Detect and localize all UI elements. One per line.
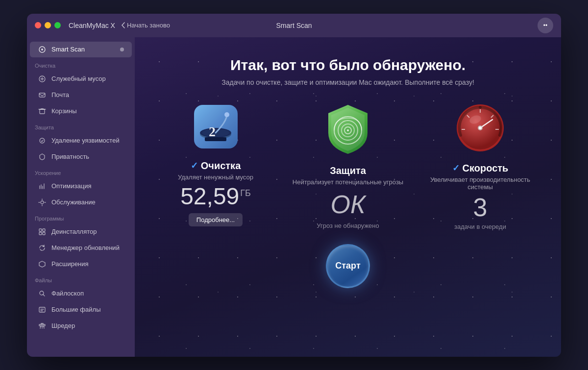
sidebar-item-smart-scan[interactable]: Smart Scan — [30, 42, 132, 57]
speed-card-title: ✓ Скорость — [452, 163, 509, 174]
cleanup-size: 52,59 — [180, 183, 239, 209]
cleanup-check-icon: ✓ — [191, 160, 198, 171]
shield-icon — [321, 101, 375, 157]
cleanup-title-label: Очистка — [201, 160, 241, 172]
svg-text:2: 2 — [209, 124, 216, 139]
trash-icon — [38, 107, 47, 116]
svg-rect-10 — [43, 232, 45, 235]
section-label-protection: Защита — [27, 120, 135, 132]
vuln-label: Удаление уязвимостей — [51, 137, 120, 144]
active-indicator — [120, 48, 124, 51]
title-bar: CleanMyMac X Начать заново Smart Scan •• — [27, 14, 561, 37]
protection-status: Угроз не обнаружено — [317, 222, 379, 229]
speedometer-icon — [453, 101, 507, 155]
smart-scan-icon — [38, 45, 47, 54]
privacy-label: Приватность — [51, 153, 89, 160]
main-title: Итак, вот что было обнаружено. — [230, 57, 466, 74]
sidebar-item-optimization[interactable]: Оптимизация — [30, 178, 132, 194]
details-button[interactable]: Подробнее... — [189, 213, 243, 226]
window-title: Smart Scan — [276, 22, 312, 29]
speed-card: ✓ Скорость Увеличивает производительност… — [421, 101, 539, 230]
sidebar-item-mail[interactable]: Почта — [30, 87, 132, 103]
svg-point-36 — [479, 126, 482, 129]
filescope-icon — [38, 289, 47, 298]
main-panel: Итак, вот что было обнаружено. Задачи по… — [135, 37, 561, 357]
cleanup-description: Удаляет ненужный мусор — [178, 173, 253, 181]
app-name: CleanMyMac X — [69, 22, 115, 29]
disk-icon: 2 — [190, 101, 242, 152]
sidebar-item-system-junk[interactable]: Служебный мусор — [30, 71, 132, 87]
maintenance-icon — [38, 198, 47, 207]
svg-point-1 — [41, 49, 43, 50]
protection-value: ОК — [330, 190, 365, 219]
svg-point-19 — [224, 112, 229, 117]
mail-icon — [38, 91, 47, 99]
cleanup-card: 2 ✓ Очистка Удаляет ненужный мусор 52,59… — [157, 101, 274, 230]
speed-title-label: Скорость — [463, 163, 509, 174]
minimize-button[interactable] — [45, 22, 51, 28]
protection-card: Защита Нейтрализует потенциальные угрозы… — [289, 101, 407, 230]
updater-label: Менеджер обновлений — [51, 244, 120, 251]
protection-description: Нейтрализует потенциальные угрозы — [293, 178, 403, 186]
sidebar: Smart Scan Очистка Служебный мусор — [27, 37, 135, 357]
sidebar-item-large-files[interactable]: Большие файлы — [30, 302, 132, 318]
cards-row: 2 ✓ Очистка Удаляет ненужный мусор 52,59… — [154, 101, 541, 230]
speed-check-icon: ✓ — [452, 163, 460, 173]
svg-rect-8 — [43, 229, 45, 231]
system-junk-label: Служебный мусор — [51, 75, 106, 82]
start-button[interactable]: Старт — [326, 244, 370, 288]
vuln-icon — [38, 136, 47, 145]
shredder-label: Шредер — [51, 322, 75, 329]
sidebar-item-maintenance[interactable]: Обслуживание — [30, 195, 132, 210]
svg-rect-9 — [39, 232, 42, 235]
svg-rect-7 — [39, 229, 42, 231]
mail-label: Почта — [51, 91, 69, 99]
sidebar-smart-scan-label: Smart Scan — [51, 46, 85, 53]
back-chevron-icon — [121, 22, 125, 28]
svg-point-6 — [41, 201, 44, 204]
back-label: Начать заново — [127, 22, 170, 29]
cleanup-card-title: ✓ Очистка — [191, 160, 241, 172]
maximize-button[interactable] — [54, 22, 61, 28]
section-label-cleanup: Очистка — [27, 58, 135, 71]
section-label-files: Файлы — [27, 272, 135, 285]
extensions-icon — [38, 260, 47, 269]
sidebar-item-trash[interactable]: Корзины — [30, 103, 132, 119]
sidebar-item-filescope[interactable]: Файлоскоп — [30, 286, 132, 301]
back-button[interactable]: Начать заново — [121, 22, 170, 29]
main-subtitle: Задачи по очистке, защите и оптимизации … — [221, 78, 474, 86]
sidebar-item-vuln[interactable]: Удаление уязвимостей — [30, 133, 132, 148]
updater-icon — [38, 244, 47, 252]
speed-value: 3 — [473, 195, 488, 220]
start-button-wrap: Старт — [326, 244, 370, 288]
extensions-label: Расширения — [51, 260, 89, 268]
user-avatar[interactable]: •• — [538, 18, 553, 33]
optimization-icon — [38, 182, 47, 191]
system-junk-icon — [38, 74, 47, 83]
optimization-label: Оптимизация — [51, 182, 92, 190]
sidebar-item-uninstaller[interactable]: Деинсталлятор — [30, 224, 132, 240]
trash-label: Корзины — [51, 107, 77, 115]
svg-point-5 — [40, 138, 45, 143]
sidebar-item-updater[interactable]: Менеджер обновлений — [30, 240, 132, 256]
svg-rect-21 — [205, 137, 226, 141]
app-body: Smart Scan Очистка Служебный мусор — [27, 37, 561, 357]
section-label-speed: Ускорение — [27, 165, 135, 178]
speed-description: Увеличивает производительность системы — [421, 176, 539, 191]
cleanup-unit: ГБ — [240, 188, 251, 198]
protection-title-label: Защита — [330, 165, 366, 176]
close-button[interactable] — [35, 22, 41, 28]
filescope-label: Файлоскоп — [51, 290, 84, 297]
maintenance-label: Обслуживание — [51, 198, 96, 206]
large-files-label: Большие файлы — [51, 306, 100, 313]
large-files-icon — [38, 305, 47, 314]
sidebar-item-privacy[interactable]: Приватность — [30, 149, 132, 165]
app-window: CleanMyMac X Начать заново Smart Scan ••… — [27, 14, 561, 357]
speed-status: задачи в очереди — [454, 223, 506, 230]
svg-rect-12 — [39, 307, 45, 312]
svg-rect-15 — [194, 105, 238, 148]
uninstaller-icon — [38, 227, 47, 236]
section-label-apps: Программы — [27, 211, 135, 223]
sidebar-item-extensions[interactable]: Расширения — [30, 256, 132, 272]
sidebar-item-shredder[interactable]: Шредер — [30, 318, 132, 334]
